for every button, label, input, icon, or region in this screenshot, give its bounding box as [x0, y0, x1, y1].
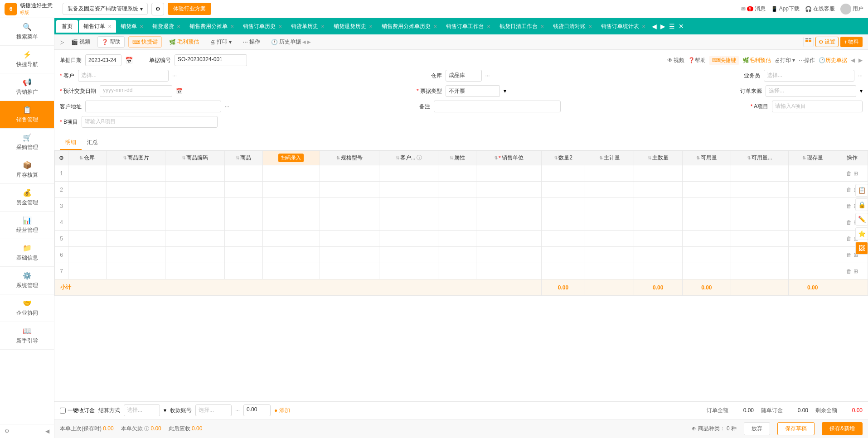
cell-main-qty[interactable]	[634, 182, 682, 198]
cell-customer-code[interactable]	[379, 182, 438, 198]
cell-main-qty[interactable]	[634, 165, 682, 182]
cell-product-image[interactable]	[106, 263, 165, 279]
cell-attributes[interactable]	[438, 263, 476, 279]
cell-product-code[interactable]	[165, 247, 225, 263]
cell-available[interactable]	[682, 214, 731, 231]
cell-product-image[interactable]	[106, 165, 165, 182]
history-btn[interactable]: 🕐历史单据	[819, 57, 847, 64]
cell-warehouse[interactable]	[68, 182, 107, 198]
cell-product-code[interactable]	[165, 263, 225, 279]
cell-spec[interactable]	[320, 165, 379, 182]
cell-product[interactable]	[224, 165, 262, 182]
cell-sales-unit[interactable]	[476, 231, 542, 247]
tab-close-icon[interactable]: ✕	[642, 24, 645, 29]
toolbar-add-item-btn[interactable]: + 物料	[840, 37, 863, 47]
cell-available[interactable]	[682, 231, 731, 247]
cell-product[interactable]	[224, 263, 262, 279]
tab-close-icon[interactable]: ✕	[588, 24, 592, 29]
shortcuts-btn[interactable]: ⌨快捷键	[709, 56, 739, 65]
help-btn[interactable]: ❓帮助	[688, 57, 706, 64]
tab-next-btn[interactable]: ▶	[659, 23, 667, 30]
cell-product[interactable]	[224, 231, 262, 247]
sidebar-item-inventory[interactable]: 📦 库存核算	[0, 156, 54, 184]
cell-customer-code[interactable]	[379, 247, 438, 263]
payment-method-field[interactable]: 选择...	[124, 404, 160, 416]
scan-btn[interactable]: 扫码录入	[278, 154, 304, 162]
cell-product[interactable]	[224, 247, 262, 263]
debt-info-icon[interactable]: ⓘ	[144, 426, 149, 431]
cell-sales-unit[interactable]	[476, 198, 542, 214]
float-icon-5[interactable]: 🖼	[855, 242, 868, 255]
detail-tab-summary[interactable]: 汇总	[82, 136, 103, 150]
cell-sales-unit[interactable]	[476, 165, 542, 182]
cell-available2[interactable]	[731, 247, 788, 263]
user-btn[interactable]: 用户	[840, 4, 863, 14]
cell-attributes[interactable]	[438, 198, 476, 214]
invoice-dropdown-icon[interactable]: ▾	[504, 88, 506, 94]
float-icon-3[interactable]: ✏️	[855, 213, 868, 226]
add-btn[interactable]: ● 添加	[274, 407, 290, 414]
tab-close-icon[interactable]: ✕	[108, 24, 112, 29]
save-new-btn[interactable]: 保存&新增	[822, 422, 863, 435]
toolbar-help[interactable]: ❓ 帮助	[97, 36, 125, 48]
warehouse-field[interactable]: 成品库	[446, 70, 482, 82]
detail-tab-detail[interactable]: 明细	[60, 136, 82, 150]
cell-main-unit[interactable]	[585, 182, 634, 198]
sidebar-item-system[interactable]: ⚙️ 系统管理	[0, 267, 54, 294]
cell-available2[interactable]	[731, 214, 788, 231]
cell-spec[interactable]	[320, 198, 379, 214]
cell-product-code[interactable]	[165, 198, 225, 214]
cell-customer-code[interactable]	[379, 231, 438, 247]
cell-spec[interactable]	[320, 214, 379, 231]
cell-product[interactable]	[224, 182, 262, 198]
sidebar-item-quick-nav[interactable]: ⚡ 快捷导航	[0, 46, 54, 73]
cell-spec[interactable]	[320, 231, 379, 247]
tab-sales-order-history[interactable]: 销售订单历史 ✕	[238, 20, 286, 33]
cell-warehouse[interactable]	[68, 231, 107, 247]
sidebar-item-marketing[interactable]: 📢 营销推广	[0, 73, 54, 101]
sidebar-item-search[interactable]: 🔍 搜索菜单	[0, 18, 54, 46]
cell-current-stock[interactable]	[788, 247, 837, 263]
order-source-dropdown-icon[interactable]: ▾	[860, 88, 863, 94]
amount-input[interactable]: 0.00	[243, 404, 271, 416]
cell-available[interactable]	[682, 165, 731, 182]
cell-sales-unit[interactable]	[476, 182, 542, 198]
cell-qty2[interactable]	[541, 214, 585, 231]
cell-main-qty[interactable]	[634, 263, 682, 279]
tab-home[interactable]: 首页	[56, 20, 78, 33]
one-click-input[interactable]	[60, 408, 66, 414]
tab-cash-account[interactable]: 钱货日清对账 ✕	[548, 20, 596, 33]
tab-sales-workbench[interactable]: 销售订单工作台 ✕	[441, 20, 495, 33]
toolbar-settings-btn[interactable]: ⚙ 设置	[815, 37, 839, 47]
tab-sales-fee-history[interactable]: 销售费用分摊单历史 ✕	[377, 20, 441, 33]
save-draft-btn[interactable]: 保存草稿	[777, 422, 815, 435]
toolbar-profit[interactable]: 🌿 毛利预估	[165, 37, 203, 47]
view-toggle[interactable]	[803, 37, 814, 47]
cell-qty2[interactable]	[541, 247, 585, 263]
sidebar-settings-icon[interactable]: ⚙	[5, 428, 10, 434]
cell-main-unit[interactable]	[585, 231, 634, 247]
cell-available[interactable]	[682, 247, 731, 263]
date-field[interactable]: 2023-03-24	[85, 54, 121, 66]
cell-main-qty[interactable]	[634, 214, 682, 231]
one-click-checkbox[interactable]: 一键收订金	[60, 407, 95, 414]
sidebar-item-basic-info[interactable]: 📁 基础信息	[0, 239, 54, 267]
float-icon-2[interactable]: 🔒	[855, 198, 868, 211]
delete-icon[interactable]: 🗑	[846, 252, 852, 258]
a-project-field[interactable]: 请输入A项目	[772, 101, 863, 112]
delivery-field[interactable]: yyyy-mm-dd	[100, 85, 172, 97]
sidebar-collapse-icon[interactable]: ◀	[45, 428, 49, 434]
cell-available2[interactable]	[731, 231, 788, 247]
cell-attributes[interactable]	[438, 214, 476, 231]
delete-icon[interactable]: 🗑	[846, 236, 852, 242]
cell-product-image[interactable]	[106, 247, 165, 263]
nav-right-icon[interactable]: ▶	[858, 57, 863, 63]
tab-close-icon[interactable]: ✕	[230, 24, 234, 29]
app-download-btn[interactable]: 📱 App下载	[771, 5, 800, 13]
tab-close-all-btn[interactable]: ✕	[677, 23, 686, 30]
delete-icon[interactable]: 🗑	[846, 219, 852, 226]
salesperson-field[interactable]: 选择...	[764, 70, 854, 82]
product-count-icon[interactable]: ⊕	[692, 425, 696, 432]
cell-warehouse[interactable]	[68, 214, 107, 231]
tab-close-icon[interactable]: ✕	[369, 24, 373, 29]
